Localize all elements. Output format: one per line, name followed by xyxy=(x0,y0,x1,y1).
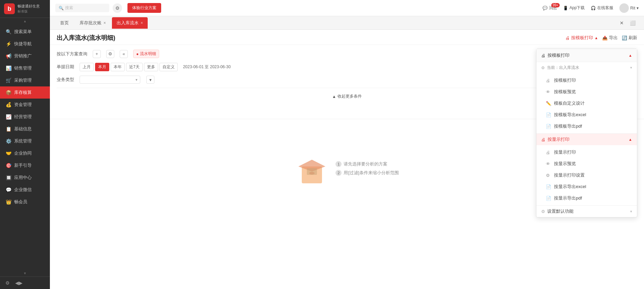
sidebar-item-label: 搜索菜单 xyxy=(14,29,45,35)
printer-icon: 🖨 xyxy=(565,35,570,41)
export-btn[interactable]: 📤 导出 xyxy=(602,35,618,41)
dropdown-item-label: 模板自定义设计 xyxy=(554,100,585,106)
date-btn-more[interactable]: 更多 xyxy=(144,63,158,71)
tab-home[interactable]: 首页 xyxy=(55,17,74,29)
megaphone-icon: 📢 xyxy=(5,53,11,59)
sidebar-item-quick-nav[interactable]: ⚡ 快捷导航 xyxy=(0,38,50,50)
sidebar-item-label: 畅会员 xyxy=(14,199,45,205)
date-btn-current-month[interactable]: 本月 xyxy=(95,63,109,71)
current-icon: ⚙ xyxy=(541,65,545,70)
sidebar-item-label: 销售管理 xyxy=(14,65,45,71)
scroll-up-btn[interactable]: ▲ xyxy=(0,18,50,24)
sidebar-item-search[interactable]: 🔍 搜索菜单 xyxy=(0,26,50,38)
online-service-btn[interactable]: 🎧 在线客服 xyxy=(591,5,613,11)
date-btn-current-year[interactable]: 本年 xyxy=(111,63,125,71)
section-chevron-up[interactable]: ▲ xyxy=(628,137,632,141)
refresh-btn[interactable]: 🔄 刷新 xyxy=(622,35,637,41)
tab-close-btn[interactable]: × xyxy=(104,21,106,25)
dropdown-display-export-excel[interactable]: 📄 按显示导出excel xyxy=(536,181,637,192)
sidebar-item-label: 企业微信 xyxy=(14,187,45,193)
sidebar-item-app-center[interactable]: 🔲 应用中心 xyxy=(0,172,50,184)
dropdown-template-export-pdf[interactable]: 📄 按模板导出pdf xyxy=(536,121,637,132)
dropdown-display-export-pdf[interactable]: 📄 按显示导出pdf xyxy=(536,192,637,204)
sidebar-item-purchase[interactable]: 🛒 采购管理 xyxy=(0,74,50,86)
scroll-down-btn[interactable]: ▼ xyxy=(0,270,50,277)
current-label-text: 当前：出入库流水 xyxy=(547,65,579,71)
current-chevron[interactable]: ▾ xyxy=(630,65,632,70)
business-type-select[interactable] xyxy=(80,76,140,84)
printer-icon: 🖨 xyxy=(541,53,546,58)
sidebar-item-operations[interactable]: 📈 经营管理 xyxy=(0,111,50,123)
sidebar-item-wechat[interactable]: 💬 企业微信 xyxy=(0,184,50,196)
maximize-window-btn[interactable]: ⬜ xyxy=(628,18,637,28)
dropdown-item-label: 按模板预览 xyxy=(554,89,576,95)
sidebar-item-basic-info[interactable]: 📋 基础信息 xyxy=(0,123,50,135)
dropdown-item-label: 按显示导出pdf xyxy=(554,195,582,201)
headset-icon: 🎧 xyxy=(591,6,596,10)
sidebar-item-label: 系统管理 xyxy=(14,138,45,144)
dropdown-display-print-settings[interactable]: ⚙ 按显示打印设置 xyxy=(536,169,637,181)
sidebar-item-label: 基础信息 xyxy=(14,126,45,132)
dropdown-template-preview[interactable]: 👁 按模板预览 xyxy=(536,86,637,98)
sidebar-item-finance[interactable]: 💰 资金管理 xyxy=(0,99,50,111)
pdf-icon: 📄 xyxy=(546,196,551,201)
refresh-icon: 🔄 xyxy=(622,35,627,41)
collapse-sidebar-icon[interactable]: ◀▶ xyxy=(15,280,23,286)
chevron-up-icon: ▲ xyxy=(332,94,336,99)
active-scheme-tag[interactable]: ● 流水明细 xyxy=(133,50,159,58)
dropdown-chevron-up[interactable]: ▲ xyxy=(628,53,632,57)
step2-text: 用[过滤]条件来缩小分析范围 xyxy=(344,170,399,176)
empty-text: 1 请先选择要分析的方案 2 用[过滤]条件来缩小分析范围 xyxy=(335,161,399,179)
dropdown-display-preview[interactable]: 👁 按显示预览 xyxy=(536,158,637,169)
user-profile[interactable]: Rit ▾ xyxy=(619,3,639,13)
tab-batch-accounts[interactable]: 库存批次账 × xyxy=(75,17,111,29)
dropdown-display-print[interactable]: 🖨 按显示打印 xyxy=(536,147,637,158)
edit-icon: ✏️ xyxy=(546,101,551,106)
sidebar-item-marketing[interactable]: 📢 营销推广 xyxy=(0,50,50,62)
scheme-settings-btn[interactable]: ⚙ xyxy=(106,50,114,58)
add-scheme-btn[interactable]: + xyxy=(93,50,101,58)
dropdown-template-custom[interactable]: ✏️ 模板自定义设计 xyxy=(536,98,637,109)
display-print-section-icon: 🖨 xyxy=(541,137,546,142)
template-print-btn[interactable]: 🖨 按模板打印 ▲ xyxy=(565,35,598,41)
export-icon: 📤 xyxy=(602,35,608,41)
sidebar-item-label: 资金管理 xyxy=(14,102,45,108)
trial-btn[interactable]: 体验行业方案 xyxy=(127,3,161,13)
close-window-btn[interactable]: ✕ xyxy=(617,18,626,28)
tab-inout-flow[interactable]: 出入库流水 × xyxy=(112,17,148,29)
business-type-dropdown-btn[interactable]: ▾ xyxy=(146,76,154,84)
sidebar-item-guide[interactable]: 🎯 新手引导 xyxy=(0,159,50,172)
date-btn-7days[interactable]: 近7天 xyxy=(126,63,143,71)
settings-button[interactable]: ⚙ xyxy=(113,3,122,13)
online-service-label: 在线客服 xyxy=(597,5,613,11)
avatar xyxy=(619,3,629,13)
default-settings-chevron[interactable]: ▾ xyxy=(630,209,632,214)
dropdown-template-export-excel[interactable]: 📄 按模板导出excel xyxy=(536,109,637,121)
dropdown-title-label: 按模板打印 xyxy=(548,52,569,58)
date-btn-custom[interactable]: 自定义 xyxy=(159,63,178,71)
sidebar-item-cooperation[interactable]: 🤝 企业协同 xyxy=(0,147,50,159)
tab-close-btn[interactable]: × xyxy=(141,21,143,25)
scheme-tag-icon: ● xyxy=(136,52,139,56)
app-download-label: App下载 xyxy=(569,5,585,11)
dropdown-item-label: 按模板打印 xyxy=(554,77,576,83)
printer-icon: 🖨 xyxy=(546,78,551,83)
date-range-display: 2023-06-01 至 2023-06-30 xyxy=(183,64,231,70)
sidebar-item-sales[interactable]: 📊 销售管理 xyxy=(0,62,50,74)
dropdown-template-print[interactable]: 🖨 按模板打印 xyxy=(536,75,637,86)
grid-icon: 🔲 xyxy=(5,175,11,180)
sidebar-item-inventory[interactable]: 📦 库存核算 xyxy=(0,86,50,99)
sidebar-item-system[interactable]: ⚙️ 系统管理 xyxy=(0,135,50,147)
settings-icon[interactable]: ⚙ xyxy=(5,280,10,286)
header-search[interactable]: 🔍 搜索 xyxy=(55,4,109,12)
filter-scheme-label: 按以下方案查询 xyxy=(57,51,87,57)
sidebar-item-member[interactable]: 👑 畅会员 xyxy=(0,196,50,208)
app-download-btn[interactable]: 📱 App下载 xyxy=(563,5,585,11)
collapse-scheme-btn[interactable]: « xyxy=(120,50,128,58)
date-btn-last-month[interactable]: 上月 xyxy=(80,63,94,71)
user-name: Rit xyxy=(630,6,635,10)
tab-label: 库存批次账 xyxy=(80,20,101,26)
cart-icon: 🛒 xyxy=(5,78,11,83)
sidebar-bottom: ⚙ ◀▶ xyxy=(0,277,50,289)
message-btn[interactable]: 💬 消息 99+ xyxy=(543,5,557,11)
